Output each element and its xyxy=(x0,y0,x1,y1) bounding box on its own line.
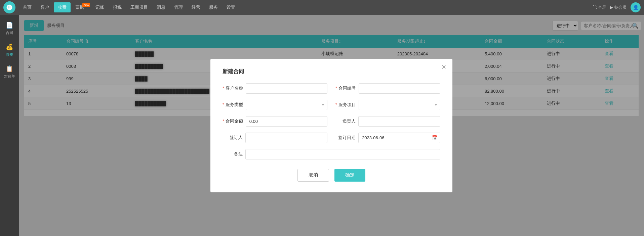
nav-bookkeep[interactable]: 记账 xyxy=(91,2,108,12)
signer-label: 签订人 xyxy=(223,135,243,141)
service-item-select-wrap: ▼ xyxy=(359,100,440,110)
sign-date-input[interactable] xyxy=(358,133,440,143)
form-row-5: 备注 xyxy=(223,149,440,159)
nav-operation[interactable]: 经营 xyxy=(188,2,204,12)
nav-commerce[interactable]: 工商项目 xyxy=(126,2,152,12)
sign-date-label: 签订日期 xyxy=(335,135,356,141)
sidebar-item-contract[interactable]: 📄 合同 xyxy=(0,18,19,39)
service-type-label: 服务类型 xyxy=(223,102,243,108)
form-group-sign-date: 签订日期 📅 xyxy=(335,133,440,143)
cancel-button[interactable]: 取消 xyxy=(297,169,329,182)
form-group-service-item: 服务项目 ▼ xyxy=(335,100,440,110)
service-type-select[interactable] xyxy=(246,100,327,110)
form-group-service-type: 服务类型 ▼ xyxy=(223,100,327,110)
form-group-contract-no: 合同编号 xyxy=(335,83,440,94)
nav-items: 首页 客户 收费 票据 new 记账 报税 工商项目 消息 管理 经营 服务 设… xyxy=(19,2,593,12)
user-avatar[interactable]: 👤 xyxy=(631,2,641,12)
new-badge: new xyxy=(82,3,90,7)
nav-message[interactable]: 消息 xyxy=(153,2,169,12)
responsible-input[interactable] xyxy=(358,116,440,127)
modal-footer: 取消 确定 xyxy=(223,169,440,182)
form-group-client: 客户名称 xyxy=(223,83,327,94)
play-icon: ▶ xyxy=(610,5,613,10)
form-row-1: 客户名称 合同编号 xyxy=(223,83,440,94)
signer-input[interactable] xyxy=(245,133,327,143)
nav-right: ⛶ 全屏 ▶ 畅会员 👤 xyxy=(593,2,641,12)
modal-title: 新建合同 xyxy=(223,68,440,75)
sidebar-item-statement[interactable]: 📋 对账单 xyxy=(0,62,19,82)
client-name-input[interactable] xyxy=(246,83,327,94)
form-group-note: 备注 xyxy=(223,149,440,159)
member-button[interactable]: ▶ 畅会员 xyxy=(610,5,627,10)
form-group-amount: 合同金额 xyxy=(223,116,327,127)
nav-tax[interactable]: 报税 xyxy=(109,2,126,12)
form-group-responsible: 负责人 xyxy=(335,116,440,127)
form-group-signer: 签订人 xyxy=(223,133,327,143)
main-layout: 📄 合同 💰 收费 📋 对账单 新增 服务项目 进行中 🔍 xyxy=(0,15,644,236)
nav-charge[interactable]: 收费 xyxy=(54,2,71,12)
app-logo xyxy=(3,1,15,13)
sidebar-item-charge[interactable]: 💰 收费 xyxy=(0,40,19,60)
service-item-select[interactable] xyxy=(359,100,440,110)
form-row-4: 签订人 签订日期 📅 xyxy=(223,133,440,143)
modal-overlay: ✕ 新建合同 客户名称 合同编号 服务类型 xyxy=(19,15,644,236)
nav-home[interactable]: 首页 xyxy=(19,2,36,12)
form-row-3: 合同金额 负责人 xyxy=(223,116,440,127)
nav-settings[interactable]: 设置 xyxy=(223,2,239,12)
new-contract-modal: ✕ 新建合同 客户名称 合同编号 服务类型 xyxy=(210,59,452,192)
note-input[interactable] xyxy=(245,149,440,159)
amount-label: 合同金额 xyxy=(223,118,243,124)
confirm-button[interactable]: 确定 xyxy=(334,169,365,182)
service-item-label: 服务项目 xyxy=(335,102,356,108)
content-area: 新增 服务项目 进行中 🔍 序号 合同编号 ⇅ xyxy=(19,15,644,236)
top-navigation: 首页 客户 收费 票据 new 记账 报税 工商项目 消息 管理 经营 服务 设… xyxy=(0,0,644,15)
fullscreen-button[interactable]: ⛶ 全屏 xyxy=(593,5,606,10)
responsible-label: 负责人 xyxy=(335,118,356,124)
nav-bill[interactable]: 票据 new xyxy=(71,2,91,12)
fullscreen-icon: ⛶ xyxy=(593,5,597,10)
modal-close-button[interactable]: ✕ xyxy=(441,63,446,71)
contract-no-input[interactable] xyxy=(359,83,440,94)
amount-input[interactable] xyxy=(246,116,327,127)
note-label: 备注 xyxy=(223,151,243,157)
sign-date-wrap: 📅 xyxy=(358,133,440,143)
avatar-icon: 👤 xyxy=(633,5,639,10)
contract-icon: 📄 xyxy=(6,21,13,29)
sidebar: 📄 合同 💰 收费 📋 对账单 xyxy=(0,15,19,236)
client-name-label: 客户名称 xyxy=(223,85,243,91)
charge-icon: 💰 xyxy=(6,43,13,51)
contract-no-label: 合同编号 xyxy=(335,85,356,91)
statement-icon: 📋 xyxy=(6,65,13,73)
nav-service[interactable]: 服务 xyxy=(205,2,222,12)
service-type-select-wrap: ▼ xyxy=(246,100,327,110)
nav-client[interactable]: 客户 xyxy=(36,2,53,12)
form-row-2: 服务类型 ▼ 服务项目 ▼ xyxy=(223,100,440,110)
nav-manage[interactable]: 管理 xyxy=(170,2,187,12)
